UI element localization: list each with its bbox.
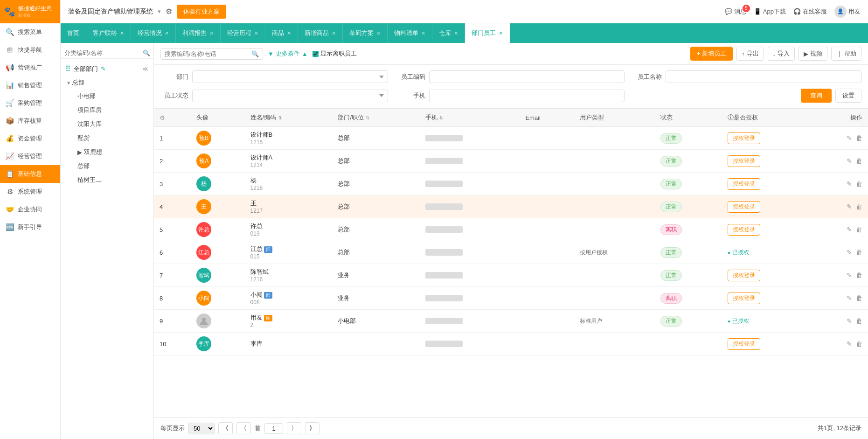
resigned-check[interactable] [312,51,319,57]
tab-history[interactable]: 经营历程 ✕ [221,23,265,43]
grant-auth-btn[interactable]: 授权登录 [728,224,760,236]
tab-close[interactable]: ✕ [332,30,336,36]
col-settings[interactable]: ⚙ [154,109,191,127]
delete-btn[interactable]: 🗑 [856,180,862,188]
tree-item-distribution[interactable]: 配货 [73,131,153,145]
tab-department[interactable]: 部门员工 ✕ [465,23,510,43]
tree-search-input[interactable] [64,49,143,56]
app-download-btn[interactable]: 📱 App下载 [754,7,786,16]
tab-warehouse[interactable]: 仓库 ✕ [432,23,465,43]
tree-group-general[interactable]: ▾ 总部 [61,76,153,89]
tab-close[interactable]: ✕ [499,30,503,36]
video-btn[interactable]: ▶ 视频 [799,47,827,61]
dropdown-arrow[interactable]: ▾ [158,8,161,15]
phone-input[interactable] [429,90,625,102]
search-icon[interactable]: 🔍 [251,50,259,57]
show-resigned-checkbox[interactable]: 显示离职员工 [312,49,357,58]
sidebar-item-search[interactable]: 🔍 搜索菜单 [0,23,60,41]
tree-search-icon[interactable]: 🔍 [143,49,150,56]
edit-btn[interactable]: ✎ [847,294,852,302]
tab-bom[interactable]: 物料清单 ✕ [388,23,432,43]
dept-select[interactable] [192,70,388,83]
grant-auth-btn[interactable]: 授权登录 [728,132,760,144]
export-btn[interactable]: ↑ 导出 [736,47,764,61]
search-input[interactable] [165,50,249,57]
tree-item-xiaodian[interactable]: 小电部 [73,89,153,103]
edit-btn[interactable]: ✎ [847,157,852,165]
delete-btn[interactable]: 🗑 [856,340,862,348]
tab-add-goods[interactable]: 新增商品 ✕ [298,23,343,43]
search-btn[interactable]: 查询 [801,89,832,103]
settings-icon[interactable]: ⚙ [166,7,172,16]
page-input[interactable] [264,423,283,434]
sidebar-item-inventory[interactable]: 📦 库存核算 [0,112,60,130]
tree-item-shuanglu[interactable]: ▶双鹿想 [73,145,153,159]
edit-btn[interactable]: ✎ [847,203,852,210]
import-btn[interactable]: ↓ 导入 [768,47,795,61]
grant-auth-btn[interactable]: 授权登录 [728,178,760,190]
online-service-btn[interactable]: 🎧 在线客服 [793,7,827,16]
edit-btn[interactable]: ✎ [847,340,852,348]
edit-btn[interactable]: ✎ [847,134,852,142]
per-page-select[interactable]: 50 100 200 [188,423,215,434]
grant-auth-btn[interactable]: 授权登录 [728,293,760,304]
tab-home[interactable]: 首页 [61,23,86,43]
tab-close[interactable]: ✕ [254,30,258,36]
help-btn[interactable]: ｜ 帮助 [831,47,861,61]
last-page-btn[interactable]: 》 [305,422,319,434]
tab-profit[interactable]: 利润报告 ✕ [176,23,221,43]
grant-auth-btn[interactable]: 授权登录 [728,338,760,350]
edit-btn[interactable]: ✎ [847,226,852,233]
tab-close[interactable]: ✕ [209,30,214,36]
tab-customer[interactable]: 客户联络 ✕ [86,23,131,43]
edit-btn[interactable]: ✎ [847,180,852,188]
edit-btn[interactable]: ✎ [847,317,852,325]
sidebar-item-system[interactable]: ⚙ 系统管理 [0,183,60,201]
sidebar-item-basic[interactable]: 📋 基础信息 [0,165,60,183]
message-btn[interactable]: 💬 消息 5 [725,7,746,16]
emp-status-select[interactable] [192,90,388,102]
tab-barcode[interactable]: 条码方案 ✕ [343,23,388,43]
tab-close[interactable]: ✕ [165,30,169,36]
sidebar-item-finance[interactable]: 💰 资金管理 [0,130,60,147]
settings-icon[interactable]: ⚙ [160,114,165,121]
tab-close[interactable]: ✕ [454,30,458,36]
emp-name-input[interactable] [666,70,861,83]
delete-btn[interactable]: 🗑 [856,317,862,325]
delete-btn[interactable]: 🗑 [856,134,862,142]
sidebar-item-sales[interactable]: 📊 销售管理 [0,77,60,94]
edit-btn[interactable]: ✎ [847,272,852,279]
next-page-btn[interactable]: 〉 [287,422,301,434]
delete-btn[interactable]: 🗑 [856,203,862,210]
tab-close[interactable]: ✕ [287,30,291,36]
tree-item-shenyang[interactable]: 沈阳大库 [73,117,153,131]
user-menu[interactable]: 👤 用友 [834,6,861,18]
tab-close[interactable]: ✕ [376,30,381,36]
edit-btn[interactable]: ✎ [847,249,852,256]
tree-item-project[interactable]: 项目库房 [73,103,153,117]
sidebar-item-quicknav[interactable]: ⊞ 快捷导航 [0,41,60,59]
tab-close[interactable]: ✕ [421,30,425,36]
reset-btn[interactable]: 设置 [835,89,861,103]
sidebar-item-marketing[interactable]: 📢 营销推广 [0,59,60,77]
sidebar-item-collab[interactable]: 🤝 企业协同 [0,201,60,218]
tab-operations[interactable]: 经营情况 ✕ [131,23,176,43]
first-page-btn[interactable]: 《 [218,422,233,434]
col-phone[interactable]: 手机 ⇅ [420,109,520,127]
collapse-icon[interactable]: ≪ [142,65,149,72]
delete-btn[interactable]: 🗑 [856,294,862,302]
edit-icon[interactable]: ✎ [101,65,106,72]
prev-page-btn[interactable]: 〈 [236,422,251,434]
add-employee-btn[interactable]: + 新增员工 [690,47,733,61]
grant-auth-btn[interactable]: 授权登录 [728,155,760,167]
grant-auth-btn[interactable]: 授权登录 [728,201,760,213]
grant-auth-btn[interactable]: 授权登录 [728,270,760,281]
try-industry-btn[interactable]: 体验行业方案 [177,5,226,19]
delete-btn[interactable]: 🗑 [856,226,862,233]
sidebar-item-guide[interactable]: 🆕 新手引导 [0,218,60,236]
sidebar-item-operations[interactable]: 📈 经营管理 [0,147,60,165]
more-conditions-btn[interactable]: ▼ 更多条件 ▲ [268,49,308,58]
tree-item-zhishu[interactable]: 植树王二 [73,173,153,187]
delete-btn[interactable]: 🗑 [856,249,862,256]
delete-btn[interactable]: 🗑 [856,157,862,165]
